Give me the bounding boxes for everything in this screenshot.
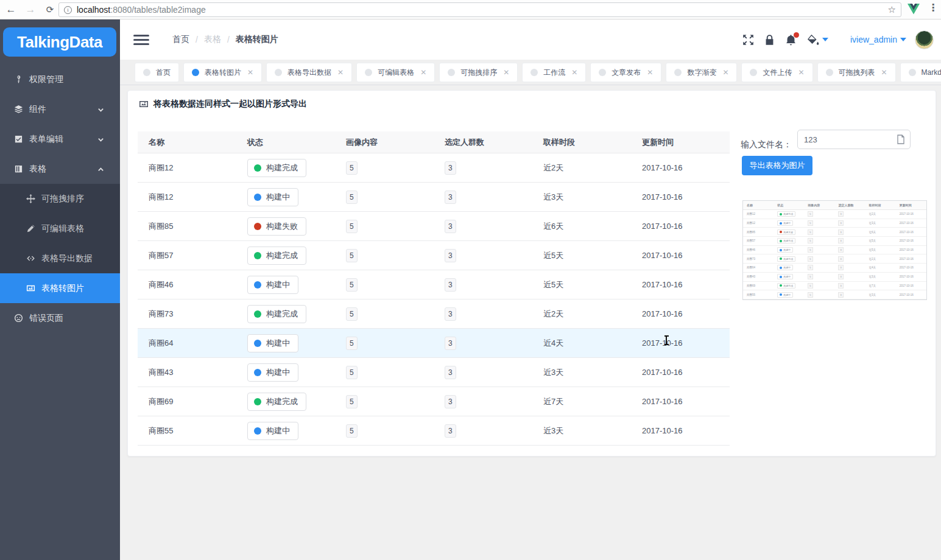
tab-close-icon[interactable]: ✕ bbox=[420, 68, 426, 77]
status-button[interactable]: 构建中 bbox=[247, 334, 298, 352]
table-row[interactable]: 商圈85构建失败53近6天2017-10-16 bbox=[138, 212, 730, 241]
preview-row: 商圈73构建完成53近2天2017-10-16 bbox=[743, 254, 926, 264]
preview-cell: 商圈64 bbox=[743, 266, 774, 269]
status-dot-icon bbox=[254, 340, 261, 347]
status-button[interactable]: 构建完成 bbox=[247, 159, 306, 177]
status-button[interactable]: 构建中 bbox=[247, 422, 298, 440]
card-title: 将表格数据连同样式一起以图片形式导出 bbox=[139, 99, 307, 110]
theme-bucket-icon[interactable] bbox=[806, 34, 819, 46]
page-tab[interactable]: Markdown编辑器✕ bbox=[900, 63, 941, 82]
tab-label: 表格导出数据 bbox=[287, 68, 331, 78]
status-button[interactable]: 构建完成 bbox=[247, 305, 306, 323]
status-button[interactable]: 构建中 bbox=[247, 276, 298, 294]
fullscreen-icon[interactable] bbox=[742, 34, 754, 46]
filename-input[interactable] bbox=[797, 130, 911, 149]
browser-forward-icon[interactable]: → bbox=[23, 2, 38, 17]
preview-row: 商圈43构建中53近3天2017-10-16 bbox=[743, 273, 926, 282]
preview-cell: 近4天 bbox=[865, 266, 896, 269]
page-tab[interactable]: 表格转图片✕ bbox=[183, 63, 262, 82]
sidebar-item-table2image[interactable]: 表格转图片 bbox=[0, 273, 120, 303]
breadcrumb-item[interactable]: 表格 bbox=[204, 34, 221, 45]
page-info-icon[interactable]: i bbox=[64, 6, 72, 14]
page-tab[interactable]: 数字渐变✕ bbox=[666, 63, 737, 82]
tab-close-icon[interactable]: ✕ bbox=[722, 68, 728, 77]
vue-devtools-icon[interactable] bbox=[908, 4, 920, 15]
preview-cell: 5 bbox=[804, 256, 834, 262]
user-menu[interactable]: iview_admin bbox=[850, 35, 906, 44]
breadcrumb-item[interactable]: 首页 bbox=[172, 34, 189, 45]
sidebar-item-components[interactable]: 组件 bbox=[0, 94, 120, 124]
status-button[interactable]: 构建完成 bbox=[247, 247, 306, 265]
image-icon bbox=[139, 99, 149, 109]
app-header: 首页/表格/表格转图片 iview_admin bbox=[120, 19, 941, 60]
preview-cell: 2017-10-16 bbox=[896, 284, 926, 287]
cell-portrait: 5 bbox=[335, 395, 434, 408]
bell-icon[interactable] bbox=[785, 34, 797, 46]
tab-close-icon[interactable]: ✕ bbox=[798, 68, 804, 77]
page-tab[interactable]: 可拖拽排序✕ bbox=[439, 63, 518, 82]
table-row[interactable]: 商圈12构建完成53近2天2017-10-16 bbox=[138, 153, 730, 183]
cell-period: 近7天 bbox=[532, 396, 631, 407]
tab-close-icon[interactable]: ✕ bbox=[247, 68, 253, 77]
table-row[interactable]: 商圈57构建完成53近5天2017-10-16 bbox=[138, 241, 730, 270]
table-row[interactable]: 商圈73构建完成53近2天2017-10-16 bbox=[138, 299, 730, 329]
preview-row: 商圈12构建中53近3天2017-10-16 bbox=[743, 219, 926, 228]
browser-refresh-icon[interactable]: ⟳ bbox=[43, 2, 57, 17]
status-button[interactable]: 构建中 bbox=[247, 188, 298, 206]
breadcrumb-separator: / bbox=[227, 35, 230, 44]
tab-close-icon[interactable]: ✕ bbox=[881, 68, 887, 77]
table-row[interactable]: 商圈46构建中53近5天2017-10-16 bbox=[138, 270, 730, 299]
address-bar[interactable]: i localhost:8080/tables/table2image ☆ bbox=[58, 2, 901, 17]
status-button[interactable]: 构建完成 bbox=[247, 393, 306, 411]
tab-close-icon[interactable]: ✕ bbox=[571, 68, 577, 77]
sidebar-item-label: 组件 bbox=[29, 104, 46, 115]
status-button[interactable]: 构建中 bbox=[247, 363, 298, 382]
tab-status-dot bbox=[909, 69, 916, 76]
sidebar-item-tables[interactable]: 表格 bbox=[0, 154, 120, 184]
page-tab[interactable]: 工作流✕ bbox=[522, 63, 586, 82]
export-table-image-button[interactable]: 导出表格为图片 bbox=[742, 156, 812, 175]
sidebar-item-drag-sort[interactable]: 可拖拽排序 bbox=[0, 184, 120, 214]
status-dot-icon bbox=[254, 194, 261, 201]
theme-dropdown-caret-icon[interactable] bbox=[822, 38, 828, 41]
tab-label: 可拖拽排序 bbox=[460, 68, 497, 78]
browser-back-icon[interactable]: ← bbox=[4, 2, 18, 17]
tab-close-icon[interactable]: ✕ bbox=[647, 68, 653, 77]
tab-close-icon[interactable]: ✕ bbox=[337, 68, 344, 77]
page-tab[interactable]: 可拖拽列表✕ bbox=[817, 63, 896, 82]
preview-cell: 商圈46 bbox=[743, 248, 774, 251]
table-row[interactable]: 商圈43构建中53近3天2017-10-16 bbox=[138, 358, 730, 387]
audience-count-tag: 3 bbox=[445, 220, 456, 233]
page-tab[interactable]: 可编辑表格✕ bbox=[356, 63, 435, 82]
page-tab[interactable]: 文件上传✕ bbox=[741, 63, 812, 82]
sidebar-item-export-data[interactable]: 表格导出数据 bbox=[0, 243, 120, 273]
status-button[interactable]: 构建失败 bbox=[247, 217, 306, 236]
portrait-count-tag: 5 bbox=[346, 395, 358, 408]
sidebar-item-permission[interactable]: 权限管理 bbox=[0, 65, 120, 94]
bookmark-star-icon[interactable]: ☆ bbox=[888, 4, 896, 15]
sidebar-item-form-edit[interactable]: 表单编辑 bbox=[0, 124, 120, 154]
menu-toggle-icon[interactable] bbox=[133, 35, 149, 47]
sidebar-item-error-pages[interactable]: 错误页面 bbox=[0, 303, 120, 333]
avatar[interactable] bbox=[915, 30, 934, 49]
table-row[interactable]: 商圈55构建中53近3天2017-10-16 bbox=[138, 416, 730, 446]
browser-menu-icon[interactable]: ⋮ bbox=[928, 2, 938, 13]
cell-name: 商圈46 bbox=[138, 279, 236, 290]
chevron-up-icon bbox=[97, 166, 104, 173]
page-tab[interactable]: 表格导出数据✕ bbox=[266, 63, 352, 82]
tab-close-icon[interactable]: ✕ bbox=[503, 68, 509, 77]
table-row[interactable]: 商圈69构建完成53近7天2017-10-16 bbox=[138, 387, 730, 416]
sidebar-item-editable-table[interactable]: 可编辑表格 bbox=[0, 214, 120, 243]
page-tab[interactable]: 文章发布✕ bbox=[590, 63, 661, 82]
cell-audience: 3 bbox=[434, 337, 532, 350]
table-row[interactable]: 商圈12构建中53近3天2017-10-16 bbox=[138, 183, 730, 212]
table-row[interactable]: 商圈64构建中53近4天2017-10-16 bbox=[138, 329, 730, 358]
lock-icon[interactable] bbox=[764, 34, 775, 46]
cell-portrait: 5 bbox=[335, 307, 434, 321]
page-tab[interactable]: 首页 bbox=[135, 63, 179, 82]
cell-portrait: 5 bbox=[335, 337, 434, 350]
checkbox-icon bbox=[13, 135, 23, 144]
talkingdata-logo[interactable]: TalkingData bbox=[3, 27, 116, 57]
tab-status-dot bbox=[530, 69, 538, 76]
column-header: 名称 bbox=[138, 131, 236, 153]
